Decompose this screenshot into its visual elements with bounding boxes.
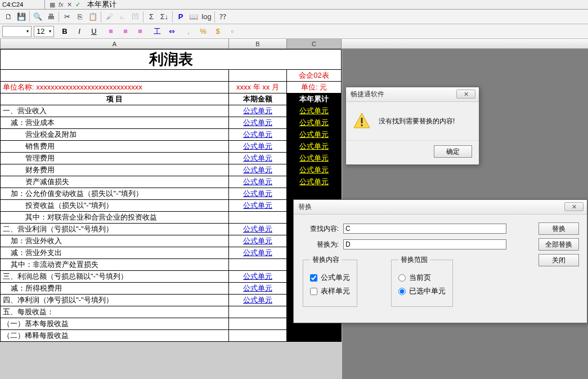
- close-icon[interactable]: ✕: [564, 202, 583, 211]
- col-header-b[interactable]: B: [229, 39, 287, 48]
- cumsum-icon[interactable]: Σ↓: [158, 11, 170, 23]
- underline-icon[interactable]: U: [88, 25, 100, 38]
- merge-icon[interactable]: ⇔: [165, 25, 178, 38]
- italic-icon[interactable]: I: [73, 25, 86, 38]
- row-ytd[interactable]: 公式单元: [287, 153, 342, 164]
- row-ytd[interactable]: [287, 330, 342, 342]
- row-item[interactable]: 五、每股收益：: [1, 306, 229, 318]
- row-current[interactable]: 公式单元: [229, 117, 287, 129]
- row-item[interactable]: 减：所得税费用: [1, 283, 229, 295]
- row-ytd[interactable]: 公式单元: [287, 176, 342, 188]
- row-ytd[interactable]: 公式单元: [287, 129, 342, 141]
- comma-icon[interactable]: ,: [182, 25, 195, 38]
- row-current[interactable]: 公式单元: [229, 271, 287, 283]
- header-ytd[interactable]: 本年累计: [287, 93, 342, 105]
- brush-icon[interactable]: 🖌: [103, 11, 115, 23]
- accept-icon[interactable]: ✓: [75, 1, 80, 8]
- underline-icon[interactable]: ⎁: [116, 11, 128, 23]
- selected-cells-radio[interactable]: [398, 288, 406, 295]
- formula-content[interactable]: 本年累计: [85, 0, 116, 10]
- close-icon[interactable]: ✕: [456, 90, 475, 99]
- cell-reference[interactable]: C4:C24: [0, 0, 45, 9]
- form-code[interactable]: 会企02表: [287, 70, 342, 82]
- row-current[interactable]: 公式单元: [229, 283, 287, 295]
- p-icon[interactable]: P: [174, 11, 187, 23]
- row-current[interactable]: 公式单元: [229, 200, 287, 212]
- row-ytd[interactable]: 公式单元: [287, 105, 342, 117]
- row-item[interactable]: 其中：对联营企业和合营企业的投资收益: [1, 212, 229, 224]
- ok-button[interactable]: 确定: [434, 145, 472, 158]
- align-center-icon[interactable]: ≡: [119, 25, 132, 38]
- box-icon[interactable]: ▫: [226, 25, 239, 38]
- row-ytd[interactable]: 公式单元: [287, 141, 342, 153]
- row-current[interactable]: [229, 318, 287, 330]
- copy-icon[interactable]: ⎘: [74, 11, 86, 23]
- paste-icon[interactable]: 📋: [87, 11, 99, 23]
- row-item[interactable]: 管理费用: [1, 153, 229, 164]
- row-ytd[interactable]: 公式单元: [287, 164, 342, 176]
- row-item[interactable]: 资产减值损失: [1, 176, 229, 188]
- row-current[interactable]: 公式单元: [229, 235, 287, 247]
- header-item[interactable]: 项 目: [1, 93, 229, 105]
- help-icon[interactable]: ⁇: [217, 11, 229, 23]
- row-ytd[interactable]: [287, 188, 342, 200]
- replace-titlebar[interactable]: 替换 ✕: [294, 200, 587, 215]
- col-header-c[interactable]: C: [287, 39, 342, 48]
- align-left-icon[interactable]: ≡: [105, 25, 117, 38]
- row-item[interactable]: 其中：非流动资产处置损失: [1, 259, 229, 271]
- row-current[interactable]: 公式单元: [229, 141, 287, 153]
- table-icon[interactable]: ▦: [50, 1, 55, 8]
- cut-icon[interactable]: ✂: [61, 11, 73, 23]
- grid[interactable]: 利润表 会企02表 单位名称: xxxxxxxxxxxxxxxxxxxxxxxx…: [0, 49, 342, 342]
- sheet-title[interactable]: 利润表: [1, 50, 342, 70]
- header-current[interactable]: 本期金额: [229, 93, 287, 105]
- log-icon[interactable]: log: [200, 11, 213, 23]
- row-item[interactable]: 二、营业利润（亏损以"-"号填列）: [1, 224, 229, 235]
- row-item[interactable]: 财务费用: [1, 164, 229, 176]
- book-icon[interactable]: 📖: [187, 11, 200, 23]
- row-current[interactable]: 公式单元: [229, 188, 287, 200]
- message-titlebar[interactable]: 畅捷通软件 ✕: [346, 87, 479, 102]
- row-ytd[interactable]: 公式单元: [287, 117, 342, 129]
- replace-input[interactable]: [343, 239, 506, 249]
- replace-all-button[interactable]: 全部替换: [538, 238, 579, 251]
- new-icon[interactable]: 🗋: [2, 11, 15, 23]
- preview-icon[interactable]: 🔍: [32, 11, 44, 23]
- bold-icon[interactable]: B: [59, 25, 71, 38]
- row-item[interactable]: 三、利润总额（亏损总额以"-"号填列）: [1, 271, 229, 283]
- percent-icon[interactable]: %: [197, 25, 209, 38]
- row-item[interactable]: 营业税金及附加: [1, 129, 229, 141]
- align-right-icon[interactable]: ≡: [134, 25, 146, 38]
- row-current[interactable]: 公式单元: [229, 153, 287, 164]
- row-current[interactable]: 公式单元: [229, 129, 287, 141]
- row-item[interactable]: 投资收益（损失以"-"填列）: [1, 200, 229, 212]
- row-current[interactable]: 公式单元: [229, 224, 287, 235]
- sample-cell-checkbox[interactable]: [310, 288, 317, 295]
- col-header-a[interactable]: A: [1, 39, 229, 48]
- currency-unit[interactable]: 单位: 元: [287, 82, 342, 93]
- row-item[interactable]: （一）基本每股收益: [1, 318, 229, 330]
- row-current[interactable]: 公式单元: [229, 164, 287, 176]
- row-current[interactable]: [229, 259, 287, 271]
- row-current[interactable]: [229, 330, 287, 342]
- sigma-icon[interactable]: Σ: [145, 11, 158, 23]
- font-combo[interactable]: ▾: [2, 26, 32, 37]
- row-item[interactable]: 减：营业成本: [1, 117, 229, 129]
- row-item[interactable]: （二）稀释每股收益: [1, 330, 229, 342]
- cancel-icon[interactable]: ✕: [67, 1, 72, 8]
- valign-icon[interactable]: 工: [151, 25, 163, 38]
- row-current[interactable]: 公式单元: [229, 176, 287, 188]
- row-item[interactable]: 加：营业外收入: [1, 235, 229, 247]
- replace-button[interactable]: 替换: [538, 222, 579, 235]
- current-page-radio[interactable]: [398, 274, 406, 282]
- print-icon[interactable]: 🖶: [44, 11, 57, 23]
- row-item[interactable]: 加：公允价值变动收益（损失以"-"填列）: [1, 188, 229, 200]
- u-icon[interactable]: 凹: [129, 11, 141, 23]
- row-item[interactable]: 销售费用: [1, 141, 229, 153]
- row-item[interactable]: 一、营业收入: [1, 105, 229, 117]
- row-current[interactable]: [229, 306, 287, 318]
- row-current[interactable]: 公式单元: [229, 295, 287, 306]
- find-input[interactable]: [343, 224, 506, 234]
- row-current[interactable]: [229, 212, 287, 224]
- formula-cell-checkbox[interactable]: [310, 274, 317, 282]
